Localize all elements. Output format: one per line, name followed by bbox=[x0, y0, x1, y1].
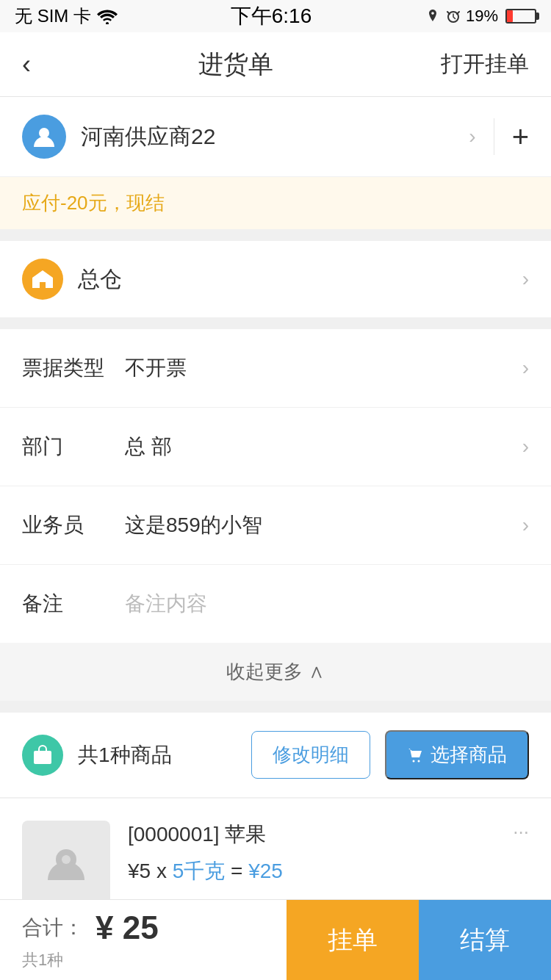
status-carrier: 无 SIM 卡 bbox=[15, 4, 118, 28]
product-placeholder-icon bbox=[40, 839, 92, 890]
warehouse-row[interactable]: 总仓 › bbox=[0, 241, 551, 317]
settle-button[interactable]: 结算 bbox=[419, 900, 551, 980]
warehouse-icon bbox=[22, 259, 63, 300]
invoice-type-value: 不开票 bbox=[110, 354, 522, 382]
chevron-right-icon: › bbox=[522, 514, 529, 537]
invoice-type-label: 票据类型 bbox=[22, 354, 110, 382]
products-icon bbox=[22, 735, 63, 776]
total-label: 合计： bbox=[22, 914, 84, 942]
edit-detail-button[interactable]: 修改明细 bbox=[251, 731, 370, 779]
user-icon bbox=[31, 123, 57, 150]
svg-point-0 bbox=[106, 22, 109, 24]
footer-total-row: 合计： ¥ 25 bbox=[22, 909, 264, 946]
notice-bar: 应付-20元，现结 bbox=[0, 177, 551, 229]
chevron-right-icon: › bbox=[469, 125, 475, 148]
location-icon bbox=[425, 8, 441, 24]
select-product-button[interactable]: 选择商品 bbox=[385, 730, 529, 779]
shopping-bag-icon bbox=[31, 743, 54, 767]
svg-rect-3 bbox=[34, 751, 51, 764]
invoice-type-row[interactable]: 票据类型 不开票 › bbox=[0, 329, 551, 408]
products-header: 共1种商品 修改明细 选择商品 bbox=[0, 713, 551, 797]
alarm-icon bbox=[445, 8, 461, 24]
footer-total: 合计： ¥ 25 共1种 bbox=[0, 900, 287, 980]
home-icon bbox=[31, 267, 54, 291]
footer: 合计： ¥ 25 共1种 挂单 结算 bbox=[0, 899, 551, 980]
chevron-right-icon: › bbox=[522, 356, 529, 380]
remark-input[interactable]: 备注内容 bbox=[110, 590, 529, 618]
department-value: 总 部 bbox=[110, 433, 522, 461]
status-right: 19% bbox=[425, 7, 536, 26]
department-row[interactable]: 部门 总 部 › bbox=[0, 408, 551, 486]
product-name: [0000001] 苹果 bbox=[128, 821, 495, 849]
svg-point-7 bbox=[62, 855, 71, 864]
collapse-button[interactable]: 收起更多 ∧ bbox=[0, 643, 551, 701]
supplier-avatar bbox=[22, 115, 66, 159]
pend-button[interactable]: 挂单 bbox=[287, 900, 419, 980]
warehouse-name: 总仓 bbox=[78, 264, 522, 295]
form-section: 票据类型 不开票 › 部门 总 部 › 业务员 这是859的小智 › 备注 备注… bbox=[0, 329, 551, 643]
chevron-right-icon: › bbox=[522, 267, 529, 291]
warehouse-section: 总仓 › bbox=[0, 241, 551, 317]
total-amount: ¥ 25 bbox=[96, 909, 159, 946]
total-sub: 共1种 bbox=[22, 949, 264, 971]
more-button[interactable]: ··· bbox=[513, 821, 529, 843]
department-label: 部门 bbox=[22, 433, 110, 461]
open-pending-button[interactable]: 打开挂单 bbox=[441, 49, 529, 79]
cart-icon bbox=[407, 746, 425, 764]
salesman-label: 业务员 bbox=[22, 511, 110, 539]
product-thumbnail bbox=[22, 821, 110, 909]
main-content: 河南供应商22 › + 应付-20元，现结 总仓 › 票据类型 不开票 › 部门… bbox=[0, 97, 551, 980]
product-price: ¥5 x 5千克 = ¥25 bbox=[128, 857, 495, 885]
status-bar: 无 SIM 卡 下午6:16 19% bbox=[0, 0, 551, 32]
vertical-divider bbox=[494, 118, 494, 155]
chevron-right-icon: › bbox=[522, 435, 529, 458]
product-info: [0000001] 苹果 ¥5 x 5千克 = ¥25 bbox=[128, 821, 495, 885]
status-time: 下午6:16 bbox=[231, 2, 312, 30]
supplier-section: 河南供应商22 › + 应付-20元，现结 bbox=[0, 97, 551, 229]
supplier-row[interactable]: 河南供应商22 › + bbox=[0, 97, 551, 177]
battery-indicator bbox=[505, 9, 536, 24]
products-count: 共1种商品 bbox=[78, 741, 237, 769]
salesman-value: 这是859的小智 bbox=[110, 511, 522, 539]
page-title: 进货单 bbox=[198, 48, 273, 82]
supplier-name: 河南供应商22 bbox=[81, 122, 469, 152]
nav-bar: ‹ 进货单 打开挂单 bbox=[0, 32, 551, 97]
remark-label: 备注 bbox=[22, 590, 110, 618]
back-button[interactable]: ‹ bbox=[22, 49, 31, 80]
svg-point-4 bbox=[413, 760, 415, 762]
wifi-icon bbox=[97, 8, 118, 24]
salesman-row[interactable]: 业务员 这是859的小智 › bbox=[0, 486, 551, 565]
svg-point-2 bbox=[39, 128, 49, 138]
remark-row[interactable]: 备注 备注内容 bbox=[0, 565, 551, 643]
svg-point-5 bbox=[418, 760, 420, 762]
add-button[interactable]: + bbox=[512, 120, 529, 154]
